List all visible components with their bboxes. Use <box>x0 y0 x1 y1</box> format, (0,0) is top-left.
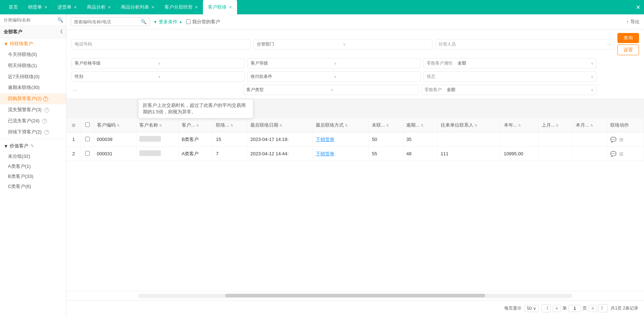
nav-home[interactable]: 首页 <box>4 0 23 14</box>
sidebar-item-ungrouped[interactable]: 未分组(32) <box>0 151 66 161</box>
prev-page-button[interactable]: < <box>552 305 561 312</box>
col-overdue-sort-icon[interactable]: ⇅ <box>421 123 423 127</box>
price-level-label: 客户价格等级 <box>75 60 158 66</box>
sidebar-pending-section[interactable]: ▼ 待联络客户 <box>0 38 66 49</box>
sidebar-value-section[interactable]: ▼ 价值客户 ✎ <box>0 141 66 151</box>
col-contact-sort-icon[interactable]: ⇅ <box>230 123 233 127</box>
nav-product-close[interactable]: ✕ <box>108 5 111 10</box>
my-customers-checkbox[interactable] <box>186 19 191 24</box>
window-close-button[interactable]: ✕ <box>636 4 640 11</box>
tooltip-text: 距客户上次交易时长，超过了此客户的平均交易周期的1.5倍，则视为异常。 <box>143 103 246 114</box>
price-level-filter[interactable]: 客户价格等级 ∨ <box>71 58 245 69</box>
row1-chat-icon[interactable]: 💬 <box>610 137 616 142</box>
dept-filter[interactable]: 分管部门 ∨ <box>254 39 433 49</box>
col-name-sort-icon[interactable]: ⇅ <box>159 123 162 127</box>
column-settings-icon[interactable]: ⚙ <box>71 123 76 128</box>
sidebar-item-repurchase-anomaly[interactable]: 回购异常客户(2) ? <box>0 93 66 104</box>
nav-customer-seg[interactable]: 客户分层经营 ✕ <box>159 0 203 14</box>
filter-search-bar: 🔍 <box>71 17 150 26</box>
nav-home-label: 首页 <box>9 4 18 10</box>
row2-last-month <box>538 147 573 161</box>
sidebar-search-icon[interactable]: 🔍 <box>57 17 63 23</box>
nav-product-analysis[interactable]: 商品分析 ✕ <box>82 0 116 14</box>
query-button[interactable]: 查询 <box>617 33 639 43</box>
sidebar-item-today[interactable]: 今天待联络(0) <box>0 49 66 60</box>
price-level-arrow: ∨ <box>158 61 241 65</box>
sidebar-item-churn-warn[interactable]: 流失预警客户(3) ? <box>0 104 66 115</box>
value-section-label: 价值客户 <box>10 143 28 149</box>
retail-customer-arrow[interactable]: ∨ <box>591 88 593 92</box>
sidebar-item-overdue[interactable]: 逾期未联络(30) <box>0 82 66 93</box>
sidebar-collapse-icon[interactable]: 《 <box>58 29 62 35</box>
row2-select-checkbox[interactable] <box>85 151 90 156</box>
col-uncontacted-sort-icon[interactable]: ⇅ <box>386 123 389 127</box>
sidebar-item-c-class[interactable]: C类客户(6) <box>0 181 66 192</box>
col-uncontacted: 未联... ⇅ <box>369 118 403 132</box>
sidebar-search-input[interactable] <box>4 18 57 23</box>
person-dots[interactable]: ··· <box>607 41 611 47</box>
repurchase-info-icon[interactable]: ? <box>43 96 48 102</box>
nav-customer-seg-close[interactable]: ✕ <box>195 5 198 10</box>
settings-button[interactable]: 设置 <box>617 44 639 55</box>
row2-chat-icon[interactable]: 💬 <box>610 151 616 157</box>
sidebar-item-declining[interactable]: 持续下滑客户(2) ? <box>0 127 66 138</box>
filter-more-conditions[interactable]: ▼ 更多条件 ▲ <box>153 19 182 25</box>
col-settings[interactable]: ⚙ <box>66 118 81 132</box>
export-button[interactable]: ↑ 导出 <box>627 19 640 25</box>
horizontal-scrollbar[interactable] <box>138 294 572 298</box>
sidebar-item-7days[interactable]: 近7天待联络(0) <box>0 71 66 82</box>
sidebar-item-churned[interactable]: 已流失客户(24) ? <box>0 115 66 127</box>
status-arrow[interactable]: ∨ <box>591 75 593 79</box>
col-last-date-sort-icon[interactable]: ⇅ <box>279 123 282 127</box>
col-contacts-sort-icon[interactable]: ⇅ <box>474 123 477 127</box>
next-page-button[interactable]: > <box>588 305 597 312</box>
col-last-method-sort-icon[interactable]: ⇅ <box>345 123 348 127</box>
horizontal-scrollbar-thumb[interactable] <box>225 294 486 297</box>
declining-info-icon[interactable]: ? <box>44 130 49 135</box>
retail-attr-arrow[interactable]: ∨ <box>591 61 593 65</box>
col-type-sort-icon[interactable]: ⇅ <box>196 123 199 127</box>
nav-purchase[interactable]: 进货单 ✕ <box>52 0 82 14</box>
per-page-select[interactable]: 50 ∨ <box>524 305 539 312</box>
select-all-checkbox[interactable] <box>85 122 90 127</box>
col-code-sort-icon[interactable]: ⇅ <box>117 123 120 127</box>
nav-product-list[interactable]: 商品分析列表 ✕ <box>116 0 159 14</box>
nav-sales[interactable]: 销货单 ✕ <box>23 0 52 14</box>
customer-type-filter[interactable]: 客户类型 ∨ <box>243 85 418 95</box>
page-number-input[interactable] <box>568 305 581 312</box>
nav-purchase-close[interactable]: ✕ <box>74 5 77 10</box>
row1-this-month <box>573 132 607 147</box>
nav-product-list-close[interactable]: ✕ <box>151 5 154 10</box>
col-year-sort-icon[interactable]: ⇅ <box>518 123 521 127</box>
sidebar-today-label: 今天待联络(0) <box>8 52 37 57</box>
value-section-edit-icon[interactable]: ✎ <box>31 143 34 148</box>
col-this-month-sort-icon[interactable]: ⇅ <box>590 123 593 127</box>
churn-warn-info-icon[interactable]: ? <box>44 108 49 113</box>
nav-customer-contact[interactable]: 客户联络 ✕ <box>203 0 237 14</box>
last-page-button[interactable]: 》 <box>598 304 608 312</box>
filter-search-input[interactable] <box>74 19 141 24</box>
customer-level-filter[interactable]: 客户等级 ∨ <box>247 58 421 69</box>
row2-method-link[interactable]: 下销货单 <box>316 151 334 156</box>
sidebar-item-b-class[interactable]: B类客户(33) <box>0 171 66 181</box>
first-page-button[interactable]: 《 <box>542 304 551 312</box>
row4-dots[interactable]: ··· <box>73 87 77 93</box>
sidebar-item-a-class[interactable]: A类客户(1) <box>0 161 66 171</box>
row1-grid-icon[interactable]: ⊞ <box>619 137 624 142</box>
row2-this-month <box>573 147 607 161</box>
gender-filter[interactable]: 性别 ∨ <box>71 71 245 82</box>
col-last-method-label: 最后联络方式 <box>316 122 344 128</box>
filter-search-icon[interactable]: 🔍 <box>141 19 147 24</box>
dept-arrow-icon: ∨ <box>343 42 429 46</box>
row2-grid-icon[interactable]: ⊞ <box>619 151 624 157</box>
col-last-date-label: 最后联络日期 <box>250 122 278 128</box>
pending-section-label: 待联络客户 <box>10 41 33 47</box>
nav-sales-close[interactable]: ✕ <box>44 5 47 10</box>
churned-info-icon[interactable]: ? <box>42 119 47 124</box>
sidebar-item-tomorrow[interactable]: 明天待联络(1) <box>0 60 66 71</box>
col-last-month-sort-icon[interactable]: ⇅ <box>556 123 559 127</box>
nav-customer-contact-close[interactable]: ✕ <box>229 5 232 10</box>
row1-select-checkbox[interactable] <box>85 137 90 141</box>
row1-method-link[interactable]: 下销货单 <box>316 137 334 142</box>
payment-terms-filter[interactable]: 收付款条件 ∨ <box>247 71 421 82</box>
